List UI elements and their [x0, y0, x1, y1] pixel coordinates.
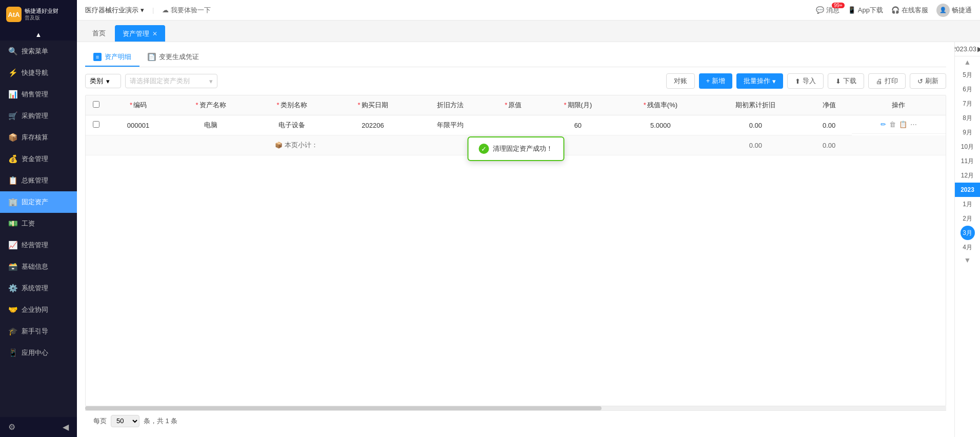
ops-icon: 📈: [8, 241, 17, 250]
sidebar-item-collab[interactable]: 🤝 企业协同: [0, 299, 77, 321]
copy-icon[interactable]: 📋: [899, 121, 907, 128]
reconcile-button[interactable]: 对账: [666, 73, 695, 89]
messages-button[interactable]: 💬 消息 99+: [816, 6, 839, 15]
refresh-button[interactable]: ↺ 刷新: [910, 73, 946, 89]
sales-icon: 📊: [8, 90, 17, 99]
th-depreciation-method: 折旧方法: [413, 95, 487, 115]
sidebar-item-system[interactable]: ⚙️ 系统管理: [0, 277, 77, 299]
sub-tab-asset-detail[interactable]: ≡ 资产明细: [85, 48, 139, 67]
sidebar-item-basic[interactable]: 🗃️ 基础信息: [0, 256, 77, 277]
voucher-icon: 📄: [148, 53, 156, 61]
success-icon: ✓: [478, 144, 489, 154]
online-service-button[interactable]: 🎧 在线客服: [891, 6, 928, 15]
table-scrollbar-thumb[interactable]: [85, 406, 602, 410]
sidebar-item-ledger[interactable]: 📋 总账管理: [0, 170, 77, 191]
sub-tab-voucher[interactable]: 📄 变更生成凭证: [139, 48, 207, 67]
year-2023-marker[interactable]: 2023: [955, 183, 980, 197]
sidebar-item-label: 企业协同: [22, 305, 48, 314]
import-icon: ⬆: [795, 77, 801, 85]
sidebar-item-ops[interactable]: 📈 经营管理: [0, 234, 77, 256]
sidebar-item-search[interactable]: 🔍 搜索菜单: [0, 41, 77, 62]
delete-icon[interactable]: 🗑: [889, 121, 896, 128]
experience-button[interactable]: ☁ 我要体验一下: [162, 6, 211, 15]
new-button[interactable]: + 新增: [699, 73, 732, 89]
more-icon[interactable]: ⋯: [910, 121, 917, 128]
sidebar-item-label: 资金管理: [22, 154, 48, 164]
user-avatar-button[interactable]: 👤 畅捷通: [936, 4, 972, 17]
sidebar-item-guide[interactable]: 🎓 新手引导: [0, 321, 77, 342]
sub-tabs: ≡ 资产明细 📄 变更生成凭证: [85, 48, 946, 67]
th-period-months: *期限(月): [539, 95, 616, 115]
sidebar-scroll-up[interactable]: ▲: [0, 29, 77, 41]
total-label: 条，共 1 条: [144, 416, 177, 426]
reconcile-label: 对账: [674, 76, 687, 86]
print-button[interactable]: 🖨 打印: [868, 73, 906, 89]
th-net-value: 净值: [806, 95, 851, 115]
calendar-nav-down[interactable]: ▼: [955, 254, 980, 266]
month-2[interactable]: 2月: [955, 211, 980, 226]
sidebar-item-label: 系统管理: [22, 284, 48, 293]
month-7[interactable]: 7月: [955, 96, 980, 111]
sidebar-item-label: 总账管理: [22, 176, 48, 185]
month-5[interactable]: 5月: [955, 68, 980, 82]
page-size-select[interactable]: 50 100 200: [111, 415, 139, 427]
import-button[interactable]: ⬆ 导入: [787, 73, 824, 89]
month-10[interactable]: 10月: [955, 140, 980, 154]
month-11[interactable]: 11月: [955, 154, 980, 168]
ledger-icon: 📋: [8, 176, 17, 185]
tab-home[interactable]: 首页: [85, 25, 113, 42]
toolbar: 类别 ▾ 请选择固定资产类别 ▾ 对账 + 新增: [85, 73, 946, 89]
company-selector[interactable]: 医疗器械行业演示 ▾: [85, 6, 144, 15]
category-filter[interactable]: 类别 ▾: [85, 74, 121, 88]
batch-button[interactable]: 批量操作 ▾: [736, 73, 783, 89]
download-toolbar-icon: ⬇: [835, 77, 841, 85]
subtotal-period-accum-depr: 0.00: [705, 135, 807, 155]
collab-icon: 🤝: [8, 305, 17, 314]
inventory-icon: 📦: [8, 133, 17, 142]
month-6[interactable]: 6月: [955, 82, 980, 96]
company-dropdown-icon: ▾: [141, 6, 144, 14]
month-3-active[interactable]: 3月: [961, 226, 975, 240]
category-value-filter[interactable]: 请选择固定资产类别 ▾: [125, 74, 217, 88]
print-icon: 🖨: [876, 77, 883, 85]
sidebar-item-quicknav[interactable]: ⚡ 快捷导航: [0, 62, 77, 84]
th-code: *编码: [106, 95, 170, 115]
logo-abbr: AtA: [8, 11, 19, 18]
download-label: 下载: [843, 76, 856, 86]
download-button[interactable]: ⬇ 下载: [828, 73, 864, 89]
app-download-button[interactable]: 📱 App下载: [848, 6, 883, 15]
th-checkbox: [86, 95, 106, 115]
sidebar-item-label: 搜索菜单: [22, 47, 48, 56]
table-scrollbar[interactable]: [85, 406, 946, 410]
sidebar-item-funds[interactable]: 💰 资金管理: [0, 148, 77, 170]
calendar-header[interactable]: 2023.03 ▶: [955, 42, 980, 56]
sidebar-item-purchase[interactable]: 🛒 采购管理: [0, 105, 77, 127]
topbar-right: 💬 消息 99+ 📱 App下载 🎧 在线客服 👤 畅捷通: [816, 4, 972, 17]
tab-close-icon[interactable]: ✕: [152, 30, 157, 37]
sidebar-item-fixed[interactable]: 🏢 固定资产: [0, 191, 77, 213]
username-label: 畅捷通: [952, 6, 972, 15]
month-1[interactable]: 1月: [955, 197, 980, 211]
sidebar-item-payroll[interactable]: 💵 工资: [0, 213, 77, 234]
settings-icon[interactable]: ⚙: [8, 422, 15, 432]
month-4[interactable]: 4月: [955, 240, 980, 254]
subtotal-residual-rate: [616, 135, 705, 155]
sidebar-item-sales[interactable]: 📊 销售管理: [0, 84, 77, 105]
experience-icon: ☁: [162, 6, 169, 14]
system-icon: ⚙️: [8, 284, 17, 293]
row-checkbox[interactable]: [93, 121, 99, 128]
collapse-icon[interactable]: ◀: [63, 422, 69, 432]
row-operations[interactable]: ✏ 🗑 📋 ⋯: [852, 115, 946, 134]
sub-tab-asset-label: 资产明细: [105, 52, 131, 62]
month-9[interactable]: 9月: [955, 125, 980, 140]
month-8[interactable]: 8月: [955, 111, 980, 125]
month-12[interactable]: 12月: [955, 168, 980, 183]
select-all-checkbox[interactable]: [93, 101, 99, 108]
sidebar-item-apps[interactable]: 📱 应用中心: [0, 342, 77, 364]
th-residual-rate: *残值率(%): [616, 95, 705, 115]
tab-asset[interactable]: 资产管理 ✕: [115, 25, 165, 42]
row-code: 000001: [106, 115, 170, 135]
edit-icon[interactable]: ✏: [881, 121, 886, 128]
sidebar-item-inventory[interactable]: 📦 库存核算: [0, 127, 77, 148]
calendar-nav-up[interactable]: ▲: [955, 56, 980, 68]
